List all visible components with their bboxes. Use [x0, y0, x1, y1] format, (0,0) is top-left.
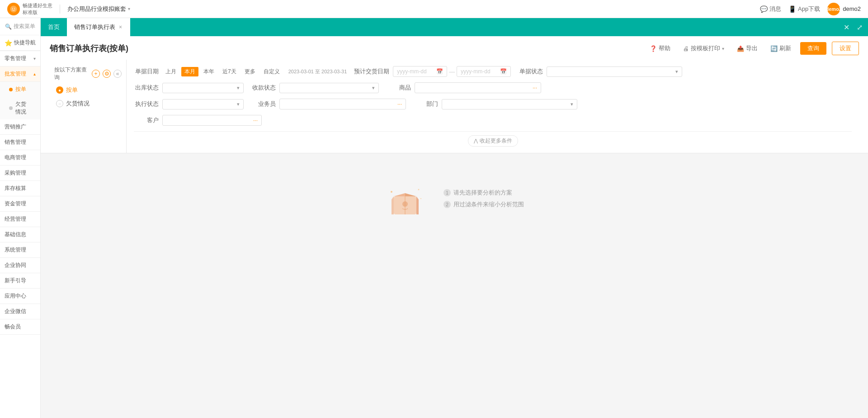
scheme-header: 按以下方案查询 + ⚙ « [50, 64, 126, 83]
date-tab-this-month[interactable]: 本月 [181, 67, 198, 76]
sidebar-item-purchase[interactable]: 采购管理 [0, 166, 40, 181]
sidebar-item-wholesale[interactable]: 批发管理 ▴ [0, 66, 40, 82]
collection-chevron-icon: ▾ [372, 85, 375, 91]
scheme-settings-button[interactable]: ⚙ [103, 70, 111, 78]
department-chevron-icon: ▾ [571, 101, 573, 107]
user-name-label: demo2 [843, 5, 861, 12]
content-area: 首页 销售订单执行表 × ✕ ⤢ 销售订单执行表(按单) ❓ 帮 [41, 18, 868, 418]
sidebar-item-marketing[interactable]: 营销推广 [0, 119, 40, 135]
operation-label: 经营管理 [5, 215, 26, 223]
hint-number-1: 1 [443, 189, 451, 196]
sidebar-item-basic[interactable]: 基础信息 [0, 227, 40, 242]
execution-status-group: 执行状态 ▾ [134, 99, 244, 109]
delivery-status-group: 出库状态 ▾ [134, 83, 244, 93]
empty-state-area: 1 请先选择要分析的方案 2 用过滤条件来缩小分析范围 [41, 153, 868, 244]
expected-date-start-input[interactable]: yyyy-mm-dd 📅 [393, 66, 447, 77]
date-tab-more[interactable]: 更多 [241, 67, 259, 76]
calendar-icon-start: 📅 [436, 68, 443, 75]
empty-text-list: 1 请先选择要分析的方案 2 用过滤条件来缩小分析范围 [443, 189, 524, 209]
salesperson-group: 业务员 ··· [251, 99, 406, 109]
tab-home[interactable]: 首页 [41, 18, 67, 36]
delivery-status-select[interactable]: ▾ [162, 83, 244, 93]
sidebar-item-system[interactable]: 系统管理 [0, 242, 40, 258]
app-download-button[interactable]: 📱 App下载 [788, 5, 820, 13]
tab-sales-order[interactable]: 销售订单执行表 × [67, 18, 130, 36]
status-select[interactable]: ▾ [547, 66, 682, 77]
sidebar-item-sales[interactable]: 销售管理 [0, 135, 40, 150]
sidebar-item-member[interactable]: 畅会员 [0, 319, 40, 335]
expected-date-group: 预计交货日期 yyyy-mm-dd 📅 — yyyy-mm-dd [354, 66, 511, 77]
message-button[interactable]: 💬 消息 [760, 5, 781, 13]
main-layout: 🔍 搜索菜单 ⭐ 快捷导航 零售管理 ▾ 批发管理 ▴ 按单 欠货情况 [0, 18, 868, 418]
execution-status-select[interactable]: ▾ [162, 99, 244, 109]
tab-maximize-button[interactable]: ⤢ [855, 21, 864, 33]
sidebar-item-retail[interactable]: 零售管理 ▾ [0, 51, 40, 66]
goods-dots-icon: ··· [533, 85, 537, 91]
sidebar-item-quick-nav[interactable]: ⭐ 快捷导航 [0, 35, 40, 51]
sidebar-item-ecommerce[interactable]: 电商管理 [0, 150, 40, 166]
company-name: 办公用品行业模拟账套 [67, 5, 126, 13]
help-label: 帮助 [659, 44, 670, 52]
export-button[interactable]: 📤 导出 [733, 43, 761, 54]
sidebar-item-guide[interactable]: 新手引导 [0, 273, 40, 289]
help-button[interactable]: ❓ 帮助 [646, 43, 674, 54]
purchase-label: 采购管理 [5, 169, 26, 177]
refresh-button[interactable]: 🔄 刷新 [767, 43, 795, 54]
company-dropdown-icon: ▾ [128, 6, 130, 11]
scheme-item-order-label: 按单 [66, 86, 78, 94]
sidebar-item-finance[interactable]: 资金管理 [0, 196, 40, 212]
date-tab-custom[interactable]: 自定义 [260, 67, 283, 76]
filter-row-1: 单据日期 上月 本月 本年 近7天 更多 自定义 2023-03-01 至 20… [134, 66, 852, 77]
status-filter-label: 单据状态 [518, 67, 543, 76]
add-scheme-button[interactable]: + [92, 70, 100, 78]
svg-point-5 [418, 189, 420, 190]
logo-icon [7, 3, 20, 15]
query-button[interactable]: 查询 [800, 42, 826, 55]
wholesale-arrow: ▴ [33, 71, 36, 76]
date-tab-last7days[interactable]: 近7天 [219, 67, 240, 76]
delivery-status-label: 出库状态 [134, 84, 159, 92]
filter-row-3: 执行状态 ▾ 业务员 ··· [134, 99, 852, 109]
debt-label: 欠货情况 [15, 100, 31, 116]
sidebar-sub-item-debt[interactable]: 欠货情况 [0, 97, 40, 119]
goods-input[interactable]: ··· [415, 82, 541, 93]
scheme-collapse-button[interactable]: « [113, 70, 122, 78]
settings-button[interactable]: 设置 [832, 42, 859, 55]
scheme-item-order[interactable]: ● 按单 [50, 83, 126, 97]
expected-date-label: 预计交货日期 [354, 67, 389, 76]
quick-nav-icon: ⭐ [5, 39, 12, 47]
department-select[interactable]: ▾ [442, 99, 577, 109]
customer-input[interactable]: ··· [162, 115, 262, 126]
user-name-avatar: demo2 [827, 6, 840, 12]
expected-date-end-input[interactable]: yyyy-mm-dd 📅 [457, 66, 511, 77]
date-tab-last-month[interactable]: 上月 [162, 67, 179, 76]
wechat-label: 企业微信 [5, 308, 26, 315]
sidebar-item-operation[interactable]: 经营管理 [0, 212, 40, 227]
sidebar-item-wechat[interactable]: 企业微信 [0, 304, 40, 319]
tab-close-window-button[interactable]: ✕ [842, 21, 851, 33]
calendar-icon-end: 📅 [500, 68, 507, 75]
sidebar-item-enterprise[interactable]: 企业协同 [0, 258, 40, 273]
refresh-icon: 🔄 [770, 45, 778, 52]
sidebar-sub-item-order[interactable]: 按单 [0, 82, 40, 97]
sidebar-search[interactable]: 🔍 搜索菜单 [0, 18, 40, 35]
department-group: 部门 ▾ [413, 99, 577, 109]
sidebar-item-apps[interactable]: 应用中心 [0, 289, 40, 304]
filter-row-2: 出库状态 ▾ 收款状态 ▾ [134, 82, 852, 93]
member-label: 畅会员 [5, 323, 21, 331]
company-selector[interactable]: 办公用品行业模拟账套 ▾ [67, 5, 130, 13]
scheme-item-debt[interactable]: ○ 欠货情况 [50, 97, 126, 110]
collapse-button[interactable]: ⋀ 收起更多条件 [468, 135, 518, 147]
date-tab-this-year[interactable]: 本年 [200, 67, 217, 76]
collapse-label: 收起更多条件 [480, 137, 512, 145]
message-icon: 💬 [760, 5, 768, 13]
sidebar-item-inventory[interactable]: 库存核算 [0, 181, 40, 196]
tab-close-button[interactable]: × [118, 24, 123, 30]
collection-status-select[interactable]: ▾ [279, 83, 379, 93]
date-filter-label: 单据日期 [134, 67, 159, 76]
template-print-button[interactable]: 🖨 按模板打印 ▾ [679, 43, 728, 54]
export-icon: 📤 [737, 45, 744, 52]
user-area[interactable]: demo2 demo2 [827, 3, 861, 15]
salesperson-input[interactable]: ··· [279, 99, 406, 109]
empty-hint-2-text: 用过滤条件来缩小分析范围 [453, 200, 524, 209]
